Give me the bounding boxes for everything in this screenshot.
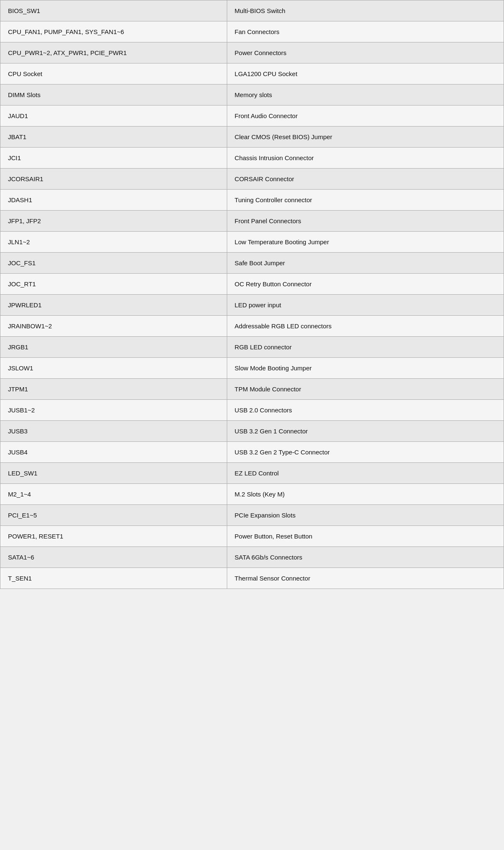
table-row: JUSB1~2USB 2.0 Connectors — [0, 400, 504, 421]
component-description: USB 3.2 Gen 2 Type-C Connector — [227, 442, 504, 463]
table-row: JLN1~2Low Temperature Booting Jumper — [0, 232, 504, 253]
component-id: JLN1~2 — [0, 232, 227, 253]
table-row: JFP1, JFP2Front Panel Connectors — [0, 211, 504, 232]
table-row: BIOS_SW1Multi-BIOS Switch — [0, 0, 504, 21]
component-description: USB 3.2 Gen 1 Connector — [227, 421, 504, 442]
table-row: DIMM SlotsMemory slots — [0, 84, 504, 106]
component-description: Clear CMOS (Reset BIOS) Jumper — [227, 127, 504, 148]
table-row: T_SEN1Thermal Sensor Connector — [0, 568, 504, 589]
table-row: JCI1Chassis Intrusion Connector — [0, 148, 504, 169]
component-id: JUSB3 — [0, 421, 227, 442]
table-row: JUSB4USB 3.2 Gen 2 Type-C Connector — [0, 442, 504, 463]
component-description: Slow Mode Booting Jumper — [227, 358, 504, 379]
component-description: Tuning Controller connector — [227, 190, 504, 211]
component-id: JOC_FS1 — [0, 253, 227, 274]
component-description: OC Retry Button Connector — [227, 274, 504, 295]
component-id: JFP1, JFP2 — [0, 211, 227, 232]
component-id: JSLOW1 — [0, 358, 227, 379]
component-description: Memory slots — [227, 84, 504, 106]
component-description: RGB LED connector — [227, 337, 504, 358]
component-id: JCI1 — [0, 148, 227, 169]
component-id: BIOS_SW1 — [0, 0, 227, 21]
component-id: T_SEN1 — [0, 568, 227, 589]
component-description: Power Button, Reset Button — [227, 526, 504, 547]
component-id: LED_SW1 — [0, 463, 227, 484]
component-id: JRGB1 — [0, 337, 227, 358]
component-description: M.2 Slots (Key M) — [227, 484, 504, 505]
component-id: JBAT1 — [0, 127, 227, 148]
component-id: JUSB1~2 — [0, 400, 227, 421]
component-description: PCIe Expansion Slots — [227, 505, 504, 526]
component-description: Power Connectors — [227, 42, 504, 63]
component-description: Fan Connectors — [227, 21, 504, 42]
table-row: JTPM1TPM Module Connector — [0, 379, 504, 400]
component-id: JTPM1 — [0, 379, 227, 400]
table-row: JRGB1RGB LED connector — [0, 337, 504, 358]
component-description: LED power input — [227, 295, 504, 316]
table-row: M2_1~4M.2 Slots (Key M) — [0, 484, 504, 505]
component-id: JPWRLED1 — [0, 295, 227, 316]
table-row: JSLOW1Slow Mode Booting Jumper — [0, 358, 504, 379]
component-id: CPU Socket — [0, 63, 227, 84]
component-id: JRAINBOW1~2 — [0, 316, 227, 337]
table-row: JAUD1Front Audio Connector — [0, 106, 504, 127]
component-description: LGA1200 CPU Socket — [227, 63, 504, 84]
component-description: Front Audio Connector — [227, 106, 504, 127]
component-id: JCORSAIR1 — [0, 169, 227, 190]
component-id: M2_1~4 — [0, 484, 227, 505]
table-row: CPU_PWR1~2, ATX_PWR1, PCIE_PWR1Power Con… — [0, 42, 504, 63]
component-id: JAUD1 — [0, 106, 227, 127]
component-table: BIOS_SW1Multi-BIOS SwitchCPU_FAN1, PUMP_… — [0, 0, 504, 589]
component-description: Addressable RGB LED connectors — [227, 316, 504, 337]
table-row: JUSB3USB 3.2 Gen 1 Connector — [0, 421, 504, 442]
component-id: CPU_PWR1~2, ATX_PWR1, PCIE_PWR1 — [0, 42, 227, 63]
component-description: Multi-BIOS Switch — [227, 0, 504, 21]
components-list: BIOS_SW1Multi-BIOS SwitchCPU_FAN1, PUMP_… — [0, 0, 504, 589]
component-id: JOC_RT1 — [0, 274, 227, 295]
table-row: LED_SW1EZ LED Control — [0, 463, 504, 484]
table-row: JOC_FS1Safe Boot Jumper — [0, 253, 504, 274]
component-id: PCI_E1~5 — [0, 505, 227, 526]
table-row: JOC_RT1OC Retry Button Connector — [0, 274, 504, 295]
table-row: PCI_E1~5PCIe Expansion Slots — [0, 505, 504, 526]
component-description: Safe Boot Jumper — [227, 253, 504, 274]
component-description: Front Panel Connectors — [227, 211, 504, 232]
component-id: SATA1~6 — [0, 547, 227, 568]
table-row: JBAT1Clear CMOS (Reset BIOS) Jumper — [0, 127, 504, 148]
table-row: JDASH1Tuning Controller connector — [0, 190, 504, 211]
component-id: CPU_FAN1, PUMP_FAN1, SYS_FAN1~6 — [0, 21, 227, 42]
table-row: POWER1, RESET1Power Button, Reset Button — [0, 526, 504, 547]
component-description: TPM Module Connector — [227, 379, 504, 400]
component-description: Low Temperature Booting Jumper — [227, 232, 504, 253]
component-id: POWER1, RESET1 — [0, 526, 227, 547]
component-description: Chassis Intrusion Connector — [227, 148, 504, 169]
component-id: JDASH1 — [0, 190, 227, 211]
table-row: CPU SocketLGA1200 CPU Socket — [0, 63, 504, 84]
component-id: DIMM Slots — [0, 84, 227, 106]
component-id: JUSB4 — [0, 442, 227, 463]
component-description: SATA 6Gb/s Connectors — [227, 547, 504, 568]
component-description: USB 2.0 Connectors — [227, 400, 504, 421]
table-row: JRAINBOW1~2Addressable RGB LED connector… — [0, 316, 504, 337]
table-row: SATA1~6SATA 6Gb/s Connectors — [0, 547, 504, 568]
component-description: Thermal Sensor Connector — [227, 568, 504, 589]
table-row: JPWRLED1LED power input — [0, 295, 504, 316]
component-description: CORSAIR Connector — [227, 169, 504, 190]
table-row: JCORSAIR1CORSAIR Connector — [0, 169, 504, 190]
table-row: CPU_FAN1, PUMP_FAN1, SYS_FAN1~6Fan Conne… — [0, 21, 504, 42]
component-description: EZ LED Control — [227, 463, 504, 484]
